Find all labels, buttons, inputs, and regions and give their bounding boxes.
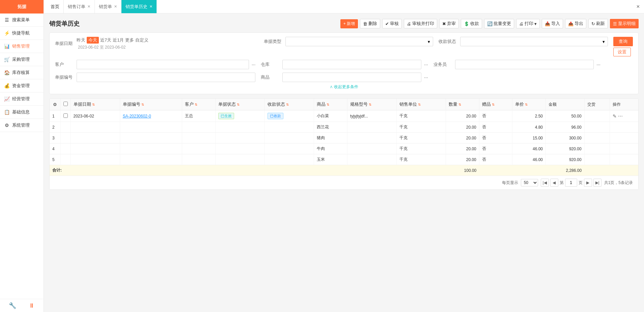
th-unit[interactable]: 销售单位 ⇅ (396, 99, 446, 110)
import-button[interactable]: 📥 导入 (542, 19, 563, 28)
sidebar-item-finance[interactable]: 💰 资金管理 (0, 79, 44, 93)
sidebar-item-operation[interactable]: 📈 经营管理 (0, 93, 44, 106)
th-collect-status[interactable]: 收款状态 ⇅ (265, 99, 314, 110)
batch-change-button[interactable]: 🔄 批量变更 (484, 19, 514, 28)
filter-customer: 客户 ··· (55, 60, 255, 69)
table-settings-icon[interactable]: ⚙ (53, 102, 57, 107)
cell-seq: 2 (50, 122, 60, 133)
warehouse-input[interactable] (282, 60, 421, 69)
tab-sales-order[interactable]: 销售订单 ✕ (64, 0, 95, 13)
cell-checkbox[interactable] (60, 133, 71, 144)
sales-mgmt-icon: 📊 (4, 44, 9, 49)
th-doc-date[interactable]: 单据日期 ⇅ (71, 99, 120, 110)
sidebar-pause-icon[interactable]: ⏸ (29, 302, 35, 309)
new-button[interactable]: + 新增 (340, 19, 358, 28)
cell-checkbox[interactable] (60, 154, 71, 165)
th-customer[interactable]: 客户 ⇅ (182, 99, 216, 110)
customer-ellipsis-btn[interactable]: ··· (252, 62, 256, 67)
th-action: 操作 (610, 99, 638, 110)
collect-button[interactable]: 💲 收款 (461, 19, 482, 28)
tab-sales-history-close[interactable]: ✕ (149, 4, 152, 9)
salesman-ellipsis-btn[interactable]: ··· (596, 62, 600, 67)
sidebar-item-basic-info[interactable]: 📋 基础信息 (0, 106, 44, 119)
page-size-select[interactable]: 50 10 20 100 (521, 179, 538, 186)
cell-doc-status: 已生效 (215, 110, 264, 122)
gift-sort-icon: ⇅ (492, 103, 495, 106)
collapse-button[interactable]: ∧ 收起更多条件 (330, 84, 358, 90)
first-page-btn[interactable]: |◀ (541, 179, 549, 187)
doc-no-link[interactable]: SA-20230602-0 (123, 114, 151, 119)
warehouse-ellipsis-btn[interactable]: ··· (424, 62, 428, 67)
sidebar-item-search-menu[interactable]: ☰ 搜索菜单 (0, 14, 44, 27)
query-button[interactable]: 查询 (613, 37, 633, 46)
select-all-checkbox[interactable] (63, 102, 68, 106)
prev-page-btn[interactable]: ◀ (550, 179, 558, 187)
review-button[interactable]: ✔ 审核 (382, 19, 402, 28)
delete-button[interactable]: 🗑 删除 (360, 19, 380, 28)
cell-goods: 西兰花 (314, 122, 347, 133)
cell-checkbox[interactable] (60, 144, 71, 154)
sidebar-item-label: 经营管理 (12, 96, 30, 102)
tab-home[interactable]: 首页 (47, 0, 64, 13)
salesman-input[interactable] (455, 60, 594, 69)
th-doc-status[interactable]: 单据状态 ⇅ (215, 99, 264, 110)
sidebar-item-quick-nav[interactable]: ⚡ 快捷导航 (0, 27, 44, 40)
page-input[interactable] (565, 179, 577, 187)
cell-action (610, 144, 638, 154)
sidebar-item-system-mgmt[interactable]: ⚙ 系统管理 (0, 119, 44, 132)
cell-customer (182, 122, 216, 133)
sidebar-item-inventory[interactable]: 🏠 库存核算 (0, 66, 44, 79)
unit-sort-icon: ⇅ (418, 103, 421, 106)
edit-icon[interactable]: ✎ (613, 113, 617, 119)
th-doc-no[interactable]: 单据编号 ⇅ (120, 99, 182, 110)
cell-action (610, 122, 638, 133)
cell-checkbox[interactable] (60, 110, 71, 122)
tab-sales-goods-close[interactable]: ✕ (114, 4, 117, 9)
last-page-btn[interactable]: ▶| (593, 179, 601, 187)
th-spec[interactable]: 规格型号 ⇅ (347, 99, 396, 110)
tab-sales-history-label: 销货单历史 (125, 4, 147, 10)
cell-trade (584, 144, 610, 154)
tab-sales-history[interactable]: 销货单历史 ✕ (121, 0, 157, 13)
tab-sales-order-close[interactable]: ✕ (87, 4, 90, 9)
th-goods[interactable]: 商品 ⇅ (314, 99, 347, 110)
customer-input[interactable] (77, 60, 249, 69)
cell-doc-status (215, 144, 264, 154)
print-button[interactable]: 🖨 打印 ▾ (516, 19, 540, 28)
sidebar-item-sales-mgmt[interactable]: 📊 销售管理 (0, 40, 44, 53)
customer-label: 客户 (55, 61, 74, 68)
next-page-btn[interactable]: ▶ (584, 179, 592, 187)
sidebar-item-purchase-mgmt[interactable]: 🛒 采购管理 (0, 53, 44, 66)
abandon-button[interactable]: ✖ 弃审 (439, 19, 459, 28)
goods-ellipsis-btn[interactable]: ··· (424, 75, 428, 80)
date-shortcut-yesterday[interactable]: 昨天 (77, 37, 85, 43)
cell-gift: 否 (479, 122, 512, 133)
goods-input[interactable] (282, 73, 421, 82)
cell-checkbox[interactable] (60, 122, 71, 133)
doc-no-input[interactable] (77, 73, 255, 82)
table-row: 3猪肉千克20.00否15.00300.00 (50, 133, 638, 144)
doc-type-select[interactable]: ▾ (285, 37, 433, 46)
set-button[interactable]: 设置 (613, 48, 631, 56)
date-shortcut-7days[interactable]: 近7天 (100, 37, 111, 43)
collect-status-select[interactable]: ▾ (460, 37, 608, 46)
display-detail-button[interactable]: ☰ 显示明细 (610, 19, 639, 28)
date-shortcut-today[interactable]: 今天 (87, 37, 99, 44)
date-shortcut-custom[interactable]: 自定义 (135, 37, 148, 43)
refresh-button[interactable]: ↻ 刷新 (588, 19, 608, 28)
th-qty[interactable]: 数量 ⇅ (446, 99, 479, 110)
review-icon: ✔ (385, 21, 389, 26)
th-price[interactable]: 单价 ⇅ (512, 99, 546, 110)
refresh-icon: ↻ (591, 21, 595, 26)
review-print-button[interactable]: 🖨 审核并打印 (404, 19, 437, 28)
date-shortcut-1month[interactable]: 近1月 (113, 37, 124, 43)
more-icon[interactable]: ⋯ (618, 113, 623, 119)
th-gift[interactable]: 赠品 ⇅ (479, 99, 512, 110)
row-checkbox[interactable] (63, 113, 68, 118)
sidebar-settings-icon[interactable]: 🔧 (9, 302, 16, 309)
date-shortcut-more[interactable]: 更多 (125, 37, 134, 43)
export-button[interactable]: 📤 导出 (565, 19, 586, 28)
close-all-icon[interactable]: ✕ (635, 3, 641, 10)
th-settings[interactable]: ⚙ (50, 99, 60, 110)
tab-sales-goods[interactable]: 销货单 ✕ (95, 0, 121, 13)
